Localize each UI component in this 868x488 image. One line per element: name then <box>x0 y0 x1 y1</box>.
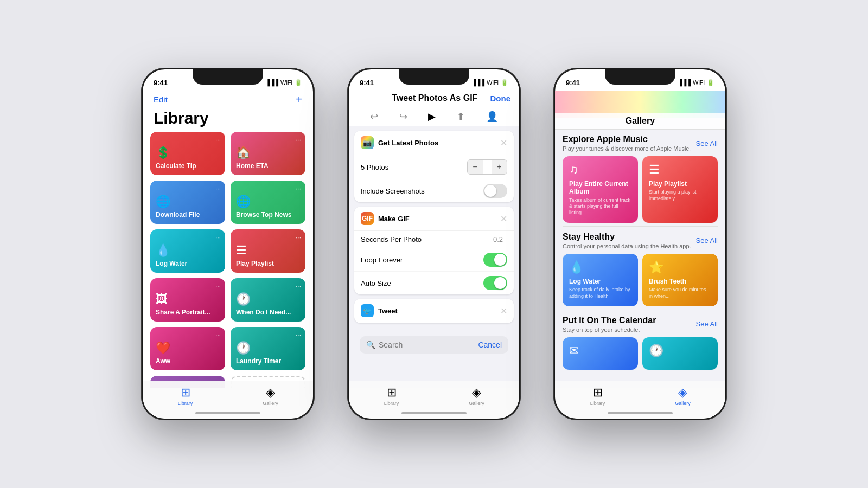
notch-1 <box>193 69 263 85</box>
more-button[interactable]: ··· <box>296 234 301 241</box>
section-2-cards: 💧 Log Water Keep track of daily intake b… <box>563 254 718 306</box>
library-tab-3[interactable]: ⊞ Library <box>555 386 640 406</box>
log-water-subtitle: Keep track of daily intake by adding it … <box>569 287 631 299</box>
add-shortcut-button[interactable]: + <box>296 93 302 106</box>
log-water-icon: 💧 <box>156 243 220 258</box>
home-eta-label: Home ETA <box>236 162 300 170</box>
play-playlist-icon: ☰ <box>236 243 300 258</box>
wifi-icon-3: WiFi <box>693 79 705 86</box>
get-latest-photos-block: 📷 Get Latest Photos ✕ 5 Photos − + Inc <box>354 131 514 202</box>
play-entire-album-card[interactable]: ♫ Play Entire Current Album Takes album … <box>563 156 638 223</box>
make-gif-close[interactable]: ✕ <box>500 214 507 224</box>
laundry-timer-cell[interactable]: ··· 🕐 Laundry Timer <box>231 327 305 370</box>
log-water-title: Log Water <box>569 278 631 285</box>
section-2-see-all[interactable]: See All <box>696 236 718 245</box>
more-button[interactable]: ··· <box>215 234 221 241</box>
calculate-tip-icon: 💲 <box>156 146 220 160</box>
section-3-see-all[interactable]: See All <box>696 320 718 328</box>
library-tab[interactable]: ⊞ Library <box>143 386 228 406</box>
tweet-close[interactable]: ✕ <box>500 306 507 316</box>
home-indicator-2 <box>401 412 467 414</box>
gallery-tab[interactable]: ◈ Gallery <box>228 386 313 406</box>
gallery-sections: Explore Apple Music Play your tunes & di… <box>555 129 725 373</box>
download-file-cell[interactable]: ··· 🌐 Download File <box>150 181 225 224</box>
gallery-header-title: Gallery <box>626 116 655 125</box>
search-cancel-button[interactable]: Cancel <box>478 341 502 349</box>
contacts-button[interactable]: 👤 <box>486 111 498 123</box>
log-water-cell[interactable]: ··· 💧 Log Water <box>150 229 225 273</box>
wifi-icon-2: WiFi <box>487 79 499 86</box>
home-indicator-1 <box>195 412 260 414</box>
photos-app-icon: 📷 <box>361 136 374 149</box>
phone-1-screen: 9:41 ▐▐▐ WiFi 🔋 Edit + Library ··· <box>143 69 313 419</box>
play-button[interactable]: ▶ <box>428 111 436 123</box>
log-water-label: Log Water <box>156 260 220 267</box>
photos-stepper[interactable]: − + <box>467 159 507 175</box>
stepper-plus[interactable]: + <box>492 160 507 174</box>
calculate-tip-label: Calculate Tip <box>156 162 220 170</box>
when-do-i-need-cell[interactable]: ··· 🕐 When Do I Need... <box>231 278 305 322</box>
home-eta-cell[interactable]: ··· 🏠 Home ETA <box>231 132 305 175</box>
shortcuts-grid: ··· 💲 Calculate Tip ··· 🏠 Home ETA ··· 🌐… <box>143 132 313 388</box>
done-button[interactable]: Done <box>490 94 511 103</box>
more-button[interactable]: ··· <box>215 185 221 192</box>
more-button[interactable]: ··· <box>296 331 301 339</box>
more-button[interactable]: ··· <box>296 282 301 290</box>
share-portrait-label: Share A Portrait... <box>156 309 220 316</box>
status-icons-3: ▐▐▐ WiFi 🔋 <box>678 79 714 86</box>
more-button[interactable]: ··· <box>215 136 221 144</box>
brush-teeth-card[interactable]: ⭐ Brush Teeth Make sure you do minutes i… <box>642 254 718 306</box>
gif-app-icon: GIF <box>361 212 374 225</box>
more-button[interactable]: ··· <box>215 331 221 339</box>
redo-button[interactable]: ↪ <box>399 111 407 123</box>
more-button[interactable]: ··· <box>215 282 221 290</box>
battery-icon-2: 🔋 <box>501 79 508 86</box>
laundry-timer-icon: 🕐 <box>236 341 300 355</box>
section-1-subtitle: Play your tunes & discover more of Apple… <box>563 145 691 152</box>
play-playlist-card[interactable]: ☰ Play Playlist Start playing a playlist… <box>642 156 718 223</box>
play-playlist-subtitle: Start playing a playlist immediately <box>649 189 711 202</box>
play-playlist-icon-3: ☰ <box>649 163 711 177</box>
section-3-subtitle: Stay on top of your schedule. <box>563 326 656 333</box>
phone-1: 9:41 ▐▐▐ WiFi 🔋 Edit + Library ··· <box>141 68 315 420</box>
home-eta-icon: 🏠 <box>236 146 300 160</box>
seconds-per-photo-label: Seconds Per Photo <box>361 235 493 243</box>
search-input[interactable] <box>379 341 475 349</box>
library-tab-label: Library <box>178 401 193 406</box>
calendar-card-2[interactable]: 🕐 <box>642 337 718 370</box>
include-screenshots-toggle[interactable] <box>483 184 507 198</box>
log-water-card[interactable]: 💧 Log Water Keep track of daily intake b… <box>563 254 638 306</box>
loop-forever-toggle[interactable] <box>483 253 507 267</box>
aww-cell[interactable]: ··· ❤️ Aww <box>150 327 225 370</box>
play-playlist-cell[interactable]: ··· ☰ Play Playlist <box>231 229 305 273</box>
share-button[interactable]: ⬆ <box>457 111 465 123</box>
make-gif-title: Make GIF <box>378 215 410 223</box>
section-1-text: Explore Apple Music Play your tunes & di… <box>563 134 691 152</box>
section-2-subtitle: Control your personal data using the Hea… <box>563 243 691 249</box>
play-playlist-label: Play Playlist <box>236 260 300 267</box>
section-1-title: Explore Apple Music <box>563 134 691 144</box>
get-latest-photos-close[interactable]: ✕ <box>500 138 507 148</box>
status-icons-1: ▐▐▐ WiFi 🔋 <box>266 79 302 86</box>
make-gif-block: GIF Make GIF ✕ Seconds Per Photo 0.2 Loo… <box>354 207 514 294</box>
status-icons-2: ▐▐▐ WiFi 🔋 <box>472 79 508 86</box>
calculate-tip-cell[interactable]: ··· 💲 Calculate Tip <box>150 132 225 175</box>
section-1-header: Explore Apple Music Play your tunes & di… <box>563 134 718 152</box>
section-2-title: Stay Healthy <box>563 232 691 242</box>
stepper-minus[interactable]: − <box>468 160 483 174</box>
share-portrait-cell[interactable]: ··· 🖼 Share A Portrait... <box>150 278 225 322</box>
undo-button[interactable]: ↩ <box>370 111 378 123</box>
calendar-email-icon: ✉ <box>569 344 631 358</box>
browse-top-news-cell[interactable]: ··· 🌐 Browse Top News <box>231 181 305 224</box>
section-3-cards: ✉ 🕐 <box>563 337 718 370</box>
more-button[interactable]: ··· <box>296 185 301 192</box>
library-tab-2[interactable]: ⊞ Library <box>349 386 434 406</box>
gallery-tab-3[interactable]: ◈ Gallery <box>640 386 725 406</box>
more-button[interactable]: ··· <box>296 136 301 144</box>
gallery-tab-2[interactable]: ◈ Gallery <box>434 386 519 406</box>
auto-size-toggle[interactable] <box>483 276 507 290</box>
calendar-card-1[interactable]: ✉ <box>563 337 638 370</box>
edit-button[interactable]: Edit <box>154 95 168 104</box>
auto-size-label: Auto Size <box>361 279 483 287</box>
section-1-see-all[interactable]: See All <box>696 139 718 147</box>
